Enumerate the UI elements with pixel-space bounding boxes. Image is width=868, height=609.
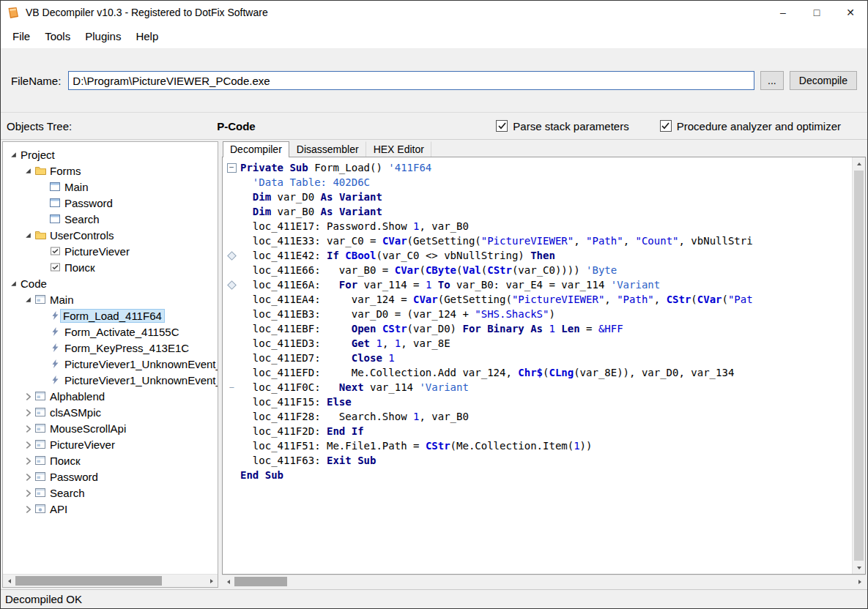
chevron-collapsed-icon[interactable] (22, 408, 34, 416)
checked-checkbox-icon[interactable] (496, 120, 508, 132)
fold-gutter[interactable] (223, 277, 240, 292)
fold-dash-icon[interactable]: − (229, 380, 234, 395)
tree-item-pictureviever[interactable]: PictureViever (3, 243, 218, 259)
chevron-collapsed-icon[interactable] (22, 473, 34, 481)
fold-minus-icon[interactable]: − (227, 163, 237, 173)
scroll-up-icon[interactable] (853, 157, 865, 170)
decompile-button[interactable]: Decompile (790, 71, 857, 90)
menu-file[interactable]: File (5, 26, 37, 46)
chevron-collapsed-icon[interactable] (22, 392, 34, 400)
tree-horizontal-scrollbar[interactable] (3, 574, 218, 587)
minimize-button[interactable]: – (766, 1, 800, 24)
tree-item-main[interactable]: Main (3, 291, 218, 307)
tree-item-mousescrollapi[interactable]: MouseScrollApi (3, 420, 218, 436)
checkbox-procedure-analyzer-and-optimizer[interactable]: Procedure analyzer and optimizer (660, 120, 841, 132)
tree-item-clsasmpic[interactable]: clsASMpic (3, 404, 218, 420)
code-editor[interactable]: −Private Sub Form_Load() '411F64 'Data T… (223, 157, 852, 574)
code-line: loc_411E17: Password.Show 1, var_B0 (223, 219, 852, 233)
code-line-text: loc_411EB3: var_D0 = (var_124 + "SHS.Sha… (240, 307, 852, 321)
fold-gutter (223, 409, 240, 424)
fold-gutter (223, 365, 240, 380)
tree-item-поиск[interactable]: Поиск (3, 452, 218, 468)
app-icon (7, 7, 20, 19)
objects-tree: ProjectFormsMainPasswordSearchUserContro… (3, 142, 218, 574)
options-checkboxes: Parse stack parametersProcedure analyzer… (496, 120, 841, 132)
title-bar[interactable]: VB Decompiler v10.3 - Registered to DotF… (1, 1, 867, 24)
close-button[interactable]: ✕ (834, 1, 867, 24)
code-line-text: 'Data Table: 402D6C (240, 175, 852, 190)
scroll-right-icon[interactable] (205, 575, 218, 587)
tree-item-label: Main (63, 180, 90, 194)
chevron-collapsed-icon[interactable] (22, 505, 34, 513)
chevron-expanded-icon[interactable] (22, 296, 34, 304)
maximize-button[interactable]: □ (800, 1, 834, 24)
tree-hscroll-thumb[interactable] (15, 576, 162, 586)
objects-bar: Objects Tree: P-Code Parse stack paramet… (1, 113, 867, 140)
chevron-expanded-icon[interactable] (22, 231, 34, 239)
code-vertical-scrollbar[interactable] (852, 157, 865, 574)
objects-tree-label: Objects Tree: (7, 120, 72, 132)
chevron-collapsed-icon[interactable] (22, 489, 34, 497)
fold-diamond-icon[interactable] (227, 251, 237, 261)
fold-gutter (223, 438, 240, 453)
tab-hex-editor[interactable]: HEX Editor (366, 141, 431, 157)
tree-item-forms[interactable]: Forms (3, 162, 218, 179)
tab-disassembler[interactable]: Disassembler (289, 141, 366, 157)
code-line: Dim var_B0 As Variant (223, 204, 852, 219)
code-vscroll-thumb[interactable] (854, 171, 864, 561)
code-line: End Sub (223, 468, 852, 482)
code-hscroll-thumb[interactable] (234, 577, 287, 586)
tree-item-password[interactable]: Password (3, 468, 218, 485)
tree-item-search[interactable]: Search (3, 211, 218, 227)
tab-decompiler[interactable]: Decompiler (223, 141, 289, 157)
code-line-text: loc_411ED3: Get 1, 1, var_8E (240, 336, 852, 351)
chevron-collapsed-icon[interactable] (22, 441, 34, 449)
fold-gutter[interactable]: − (223, 160, 240, 175)
fold-gutter[interactable] (223, 248, 240, 263)
tree-item-password[interactable]: Password (3, 195, 218, 211)
code-line-text: End Sub (240, 468, 852, 482)
fold-diamond-icon[interactable] (227, 280, 237, 290)
tree-item-label: Main (48, 293, 75, 307)
filename-input[interactable] (68, 71, 754, 90)
tree-item-form-activate-41155c[interactable]: Form_Activate_41155C (3, 324, 218, 340)
tree-item-main[interactable]: Main (3, 179, 218, 195)
chevron-collapsed-icon[interactable] (22, 425, 34, 433)
tree-item-usercontrols[interactable]: UserControls (3, 227, 218, 243)
checked-checkbox-icon[interactable] (660, 120, 672, 132)
tree-item-pictureviever1-unknownevent-9[interactable]: PictureViever1_UnknownEvent_9 (3, 356, 218, 372)
chevron-collapsed-icon[interactable] (22, 457, 34, 465)
code-line: − loc_411F0C: Next var_114 'Variant (223, 380, 852, 395)
scroll-left-icon[interactable] (222, 575, 234, 588)
tree-item-form-load-411f64[interactable]: Form_Load_411F64 (3, 307, 218, 324)
menu-help[interactable]: Help (128, 26, 166, 46)
tree-item-pictureviever[interactable]: PictureViever (3, 436, 218, 452)
tree-item-label: Forms (48, 164, 83, 178)
scroll-right-icon[interactable] (853, 575, 866, 588)
code-line: loc_411EFD: Me.Collection.Add var_124, C… (223, 365, 852, 380)
tree-item-label: Form_KeyPress_413E1C (63, 341, 190, 355)
chevron-expanded-icon[interactable] (7, 280, 19, 288)
scroll-left-icon[interactable] (3, 575, 15, 587)
tree-item-search[interactable]: Search (3, 485, 218, 501)
tree-item-form-keypress-413e1c[interactable]: Form_KeyPress_413E1C (3, 340, 218, 356)
tree-item-alphablend[interactable]: Alphablend (3, 388, 218, 404)
tree-item-pictureviever1-unknownevent-a[interactable]: PictureViever1_UnknownEvent_A (3, 372, 218, 388)
code-horizontal-scrollbar[interactable] (222, 575, 866, 588)
checkbox-parse-stack-parameters[interactable]: Parse stack parameters (496, 120, 628, 132)
tree-item-project[interactable]: Project (3, 146, 218, 162)
chevron-expanded-icon[interactable] (7, 151, 19, 159)
browse-button[interactable]: ... (760, 71, 784, 90)
menu-tools[interactable]: Tools (37, 26, 78, 46)
tree-item-поиск[interactable]: Поиск (3, 259, 218, 275)
fold-gutter[interactable]: − (223, 380, 240, 395)
code-line: loc_411F63: Exit Sub (223, 453, 852, 468)
menu-plugins[interactable]: Plugins (78, 26, 128, 46)
tree-item-label: clsASMpic (48, 406, 103, 419)
code-line: loc_411F28: Search.Show 1, var_B0 (223, 409, 852, 424)
tree-item-label: Project (19, 148, 56, 162)
tree-item-api[interactable]: API (3, 501, 218, 517)
scroll-down-icon[interactable] (853, 561, 865, 574)
chevron-expanded-icon[interactable] (22, 167, 34, 175)
tree-item-code[interactable]: Code (3, 275, 218, 291)
